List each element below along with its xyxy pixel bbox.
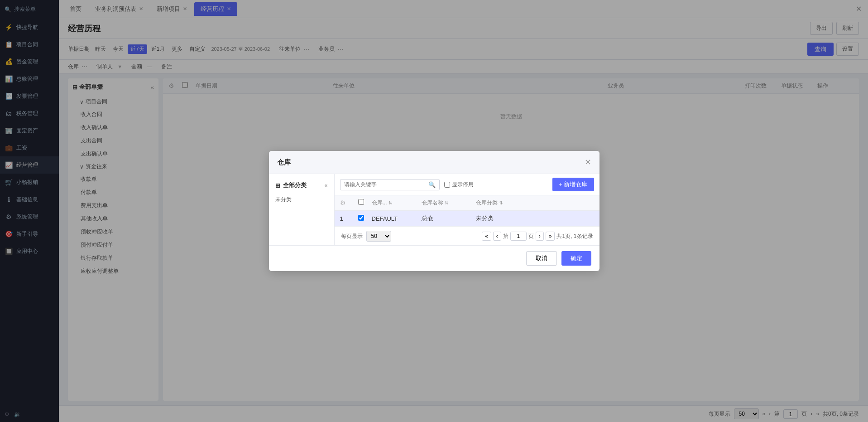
row-index: 1	[340, 215, 358, 222]
row-checkbox[interactable]	[358, 215, 364, 221]
modal-search-box[interactable]: 🔍	[340, 179, 440, 190]
modal-left-nav: ⊞ 全部分类 « 未分类	[269, 174, 335, 245]
modal-next-page-btn[interactable]: ›	[536, 232, 544, 241]
modal-pagination: « ‹ 第 页 › » 共1页, 1条记录	[482, 232, 593, 241]
modal-uncategorized-item[interactable]: 未分类	[269, 192, 334, 207]
show-disabled-input[interactable]	[444, 182, 450, 188]
grid-icon2: ⊞	[275, 182, 280, 189]
modal-search-input[interactable]	[344, 181, 426, 188]
show-disabled-checkbox[interactable]: 显示停用	[444, 181, 474, 189]
modal-search-icon: 🔍	[428, 181, 436, 188]
add-warehouse-button[interactable]: + 新增仓库	[552, 178, 594, 191]
col-checkbox	[358, 199, 372, 207]
modal-first-page-btn[interactable]: «	[482, 232, 491, 241]
col-gear: ⚙	[340, 199, 358, 207]
modal-table: ⚙ 仓库... ⇅ 仓库名称 ⇅	[335, 195, 599, 227]
row-id: DEFAULT	[372, 215, 422, 222]
modal-close-button[interactable]: ✕	[585, 157, 591, 167]
modal-title: 仓库	[277, 158, 291, 167]
modal-select-all[interactable]	[358, 199, 364, 205]
modal-table-row[interactable]: 1 DEFAULT 总仓 未分类	[335, 211, 599, 227]
row-category: 未分类	[476, 214, 539, 223]
modal-overlay[interactable]: 仓库 ✕ ⊞ 全部分类 « 未分类 🔍	[0, 0, 868, 422]
modal-total-info: 共1页, 1条记录	[556, 233, 593, 240]
modal-toolbar: 🔍 显示停用 + 新增仓库	[335, 174, 599, 195]
sort-cat-icon[interactable]: ⇅	[499, 200, 503, 205]
modal-page-suffix: 页	[528, 233, 534, 240]
confirm-button[interactable]: 确定	[561, 251, 591, 266]
sort-id-icon[interactable]: ⇅	[388, 200, 392, 205]
col-name-header: 仓库名称 ⇅	[422, 199, 476, 207]
modal-right: 🔍 显示停用 + 新增仓库 ⚙	[335, 174, 599, 245]
sort-name-icon[interactable]: ⇅	[445, 200, 448, 205]
modal-header: 仓库 ✕	[269, 151, 599, 174]
modal-actions: 取消 确定	[269, 245, 599, 271]
modal-last-page-btn[interactable]: »	[546, 232, 555, 241]
col-cat-header: 仓库分类 ⇅	[476, 199, 539, 207]
modal-gear-icon[interactable]: ⚙	[340, 199, 346, 206]
row-name: 总仓	[422, 214, 476, 223]
cancel-button[interactable]: 取消	[526, 251, 557, 266]
modal-per-page-select[interactable]: 50 100	[366, 231, 391, 242]
modal-table-head: ⚙ 仓库... ⇅ 仓库名称 ⇅	[335, 195, 599, 211]
modal-prev-page-btn[interactable]: ‹	[493, 232, 501, 241]
warehouse-modal: 仓库 ✕ ⊞ 全部分类 « 未分类 🔍	[269, 151, 599, 271]
modal-page-input[interactable]	[510, 232, 527, 241]
modal-body: ⊞ 全部分类 « 未分类 🔍 显示停用	[269, 174, 599, 245]
row-checkbox-col	[358, 215, 372, 222]
modal-all-category[interactable]: ⊞ 全部分类 «	[269, 179, 334, 192]
modal-per-page-label: 每页显示	[341, 233, 363, 240]
collapse-left-icon[interactable]: «	[325, 182, 328, 189]
col-id-header: 仓库... ⇅	[372, 199, 422, 207]
modal-page-label: 第	[503, 233, 508, 240]
modal-footer-bar: 每页显示 50 100 « ‹ 第 页 › » 共1页, 1条记录	[335, 227, 599, 245]
